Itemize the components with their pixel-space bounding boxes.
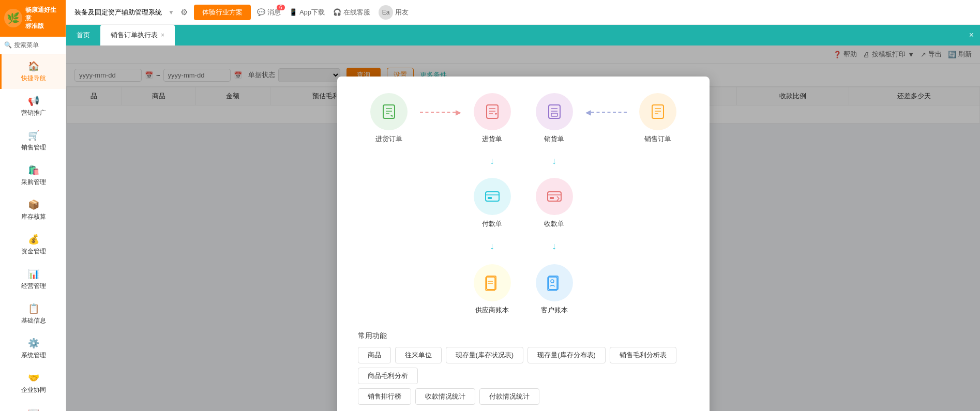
tabbar: 首页 销售订单执行表 × ×: [66, 25, 980, 45]
sidebar-item-label: 企业协同: [21, 386, 46, 394]
topbar-right: 💬 消息 6 📱 App下载 🎧 在线客服 Ea 用友: [257, 5, 409, 20]
receipt-bill-icon: [536, 178, 573, 215]
flow-purchase-order[interactable]: 进货订单: [358, 93, 420, 144]
marketing-icon: 📢: [28, 95, 39, 106]
supplier-ledger-label: 供应商账本: [475, 306, 509, 315]
avatar: Ea: [379, 5, 393, 20]
sidebar-item-label: 资金管理: [21, 247, 46, 256]
sidebar-item-enterprise[interactable]: 🤝 企业协同: [0, 366, 66, 401]
sidebar-search[interactable]: 🔍 搜索菜单: [0, 37, 66, 54]
inventory-icon: 📦: [28, 199, 39, 210]
message-btn[interactable]: 💬 消息 6: [257, 8, 281, 17]
func-btn-goods[interactable]: 商品: [358, 347, 391, 363]
receipt-bill-label: 收款单: [544, 219, 564, 229]
common-functions: 常用功能 商品 往来单位 现存量(库存状况表) 现存量(库存分布表) 销售毛利分…: [358, 331, 689, 405]
svg-rect-11: [551, 113, 557, 116]
modal-content: 进货订单 ▶: [337, 77, 710, 411]
flow-customer-ledger[interactable]: 客户账本: [523, 264, 585, 315]
func-btn-partner[interactable]: 往来单位: [395, 347, 442, 363]
svg-rect-12: [652, 105, 664, 118]
func-btn-payment-stat[interactable]: 付款情况统计: [479, 388, 539, 405]
sidebar-item-inventory[interactable]: 📦 库存核算: [0, 193, 66, 227]
settings-icon[interactable]: ⚙: [180, 7, 188, 17]
func-btn-sales-rank[interactable]: 销售排行榜: [358, 388, 411, 405]
tab-close-icon[interactable]: ×: [161, 32, 164, 39]
sales-icon: 🛒: [28, 130, 39, 141]
flow-purchase-bill[interactable]: 进货单: [461, 93, 523, 144]
sidebar-item-sales[interactable]: 🛒 销售管理: [0, 124, 66, 158]
sidebar-item-operation[interactable]: 📊 经营管理: [0, 262, 66, 297]
payment-bill-label: 付款单: [482, 219, 502, 229]
sidebar-item-marketing[interactable]: 📢 营销推广: [0, 89, 66, 124]
sidebar-item-basic-info[interactable]: 📋 基础信息: [0, 297, 66, 331]
sidebar-item-system[interactable]: ⚙️ 系统管理: [0, 331, 66, 366]
svg-rect-21: [550, 197, 554, 199]
tab-home[interactable]: 首页: [66, 25, 100, 45]
func-btn-stock-dist[interactable]: 现存量(库存分布表): [527, 347, 606, 363]
modal-overlay[interactable]: 进货订单 ▶: [66, 45, 980, 411]
online-service-label: 在线客服: [343, 8, 370, 17]
topbar: 装备及固定资产辅助管理系统 ▼ ⚙ 体验行业方案 💬 消息 6 📱 App下载 …: [66, 0, 980, 25]
quick-nav-icon: 🏠: [28, 60, 39, 72]
sidebar-item-newbie[interactable]: 📖 新手引导: [0, 401, 66, 411]
svg-point-28: [551, 280, 554, 283]
purchase-bill-label: 进货单: [482, 134, 502, 144]
sidebar-item-quick-nav[interactable]: 🏠 快捷导航: [0, 54, 66, 89]
sidebar-item-finance[interactable]: 💰 资金管理: [0, 227, 66, 262]
sidebar-item-label: 销售管理: [21, 143, 46, 152]
service-icon: 🎧: [333, 8, 341, 16]
sidebar-item-label: 系统管理: [21, 351, 46, 360]
purchase-icon: 🛍️: [28, 164, 39, 176]
sidebar-nav: 🏠 快捷导航 📢 营销推广 🛒 销售管理 🛍️ 采购管理 📦 库存核算 💰: [0, 54, 66, 411]
app-download-label: App下载: [299, 8, 325, 17]
flow-supplier-ledger[interactable]: 供应商账本: [461, 264, 523, 315]
purchase-order-icon: [370, 93, 408, 130]
topbar-dropdown-icon[interactable]: ▼: [168, 9, 174, 16]
tabbar-close-icon[interactable]: ×: [969, 31, 974, 40]
flow-payment-bill[interactable]: 付款单: [461, 178, 523, 229]
app-download-btn[interactable]: 📱 App下载: [289, 8, 325, 17]
system-icon: ⚙️: [28, 338, 39, 349]
logo-icon: 🌿: [4, 9, 22, 27]
tab-sales-order[interactable]: 销售订单执行表 ×: [100, 25, 175, 45]
payment-bill-icon: [474, 178, 511, 215]
sales-bill-icon: [536, 93, 573, 130]
sidebar-item-label: 经营管理: [21, 282, 46, 291]
flow-sales-order[interactable]: 销售订单: [627, 93, 689, 144]
flow-diagram: 进货订单 ▶: [358, 93, 689, 315]
sidebar-item-label: 库存核算: [21, 212, 46, 221]
experience-btn[interactable]: 体验行业方案: [194, 5, 251, 20]
user-menu[interactable]: Ea 用友: [379, 5, 409, 20]
purchase-order-label: 进货订单: [375, 134, 402, 144]
svg-rect-0: [383, 105, 395, 118]
message-icon: 💬: [257, 8, 265, 16]
download-icon: 📱: [289, 8, 297, 16]
content-area: ❓ 帮助 🖨 按模板打印 ▼ ↗ 导出 🔄 刷新: [66, 45, 980, 411]
tab-sales-order-label: 销售订单执行表: [111, 31, 158, 40]
customer-ledger-label: 客户账本: [541, 306, 568, 315]
func-btn-sales-profit[interactable]: 销售毛利分析表: [610, 347, 676, 363]
common-functions-title: 常用功能: [358, 331, 689, 341]
message-badge: 6: [277, 5, 285, 10]
flow-receipt-bill[interactable]: 收款单: [523, 178, 585, 229]
svg-rect-16: [486, 192, 499, 201]
sidebar-logo: 🌿 畅康通好生意 标准版: [0, 0, 66, 37]
func-btn-stock-status[interactable]: 现存量(库存状况表): [446, 347, 524, 363]
sidebar-item-purchase[interactable]: 🛍️ 采购管理: [0, 158, 66, 193]
func-buttons-row1: 商品 往来单位 现存量(库存状况表) 现存量(库存分布表) 销售毛利分析表 商品…: [358, 347, 689, 384]
online-service-btn[interactable]: 🎧 在线客服: [333, 8, 370, 17]
func-btn-receipt-stat[interactable]: 收款情况统计: [415, 388, 475, 405]
tab-home-label: 首页: [77, 31, 90, 40]
sidebar-item-label: 基础信息: [21, 316, 46, 325]
logo-text: 畅康通好生意 标准版: [25, 6, 62, 31]
flow-sales-bill[interactable]: 销货单: [523, 93, 585, 144]
sales-order-icon: [639, 93, 676, 130]
svg-rect-19: [548, 192, 561, 201]
sales-bill-label: 销货单: [544, 134, 564, 144]
func-btn-goods-profit[interactable]: 商品毛利分析: [358, 368, 418, 384]
sidebar-item-label: 采购管理: [21, 178, 46, 187]
func-buttons-row2: 销售排行榜 收款情况统计 付款情况统计: [358, 388, 689, 405]
newbie-icon: 📖: [28, 407, 39, 411]
finance-icon: 💰: [28, 234, 39, 245]
supplier-ledger-icon: [474, 264, 511, 301]
